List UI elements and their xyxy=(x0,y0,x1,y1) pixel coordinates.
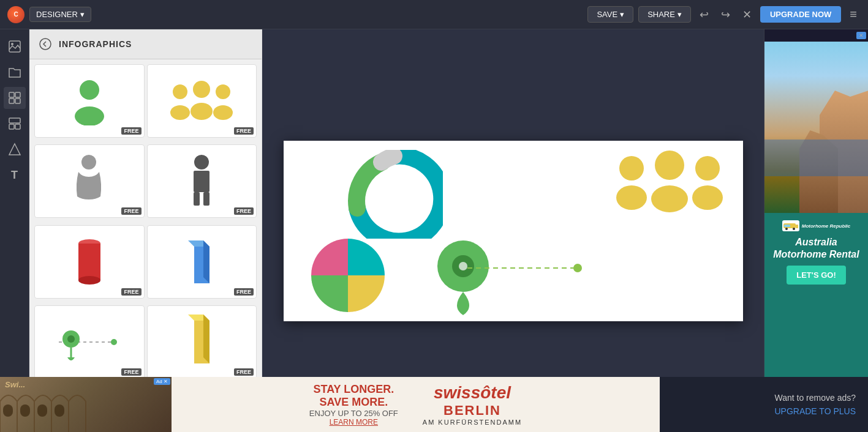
app-logo: C xyxy=(7,6,25,23)
svg-rect-5 xyxy=(15,99,20,103)
sidebar-item-images[interactable] xyxy=(4,35,26,58)
ad-brand-name: Motorhome Republic xyxy=(802,223,851,229)
svg-rect-6 xyxy=(9,118,20,123)
svg-point-12 xyxy=(75,106,104,125)
share-label: SHARE xyxy=(647,10,675,19)
svg-rect-56 xyxy=(784,225,790,227)
swissotel-brand-name: swissôtel xyxy=(434,383,511,403)
ad-line3: ENJOY UP TO 25% OFF xyxy=(309,409,398,418)
redo-button[interactable]: ↪ xyxy=(717,6,734,24)
close-button[interactable]: ✕ xyxy=(739,6,755,24)
ad-x-button[interactable]: ✕ xyxy=(856,32,866,39)
right-ad-panel: ✕ Mo xyxy=(764,29,868,432)
bottom-ad-text: STAY LONGER. SAVE MORE. ENJOY UP TO 25% … xyxy=(309,383,398,426)
menu-button[interactable]: ≡ xyxy=(846,5,861,24)
ad-title: Australia Motorhome Rental xyxy=(772,236,861,261)
list-item[interactable]: FREE xyxy=(34,225,145,299)
toolbar: C DESIGNER ▾ SAVE ▾ SHARE ▾ ↩ ↪ ✕ UPGRAD… xyxy=(0,0,868,29)
svg-point-43 xyxy=(459,262,467,270)
motorhome-icon xyxy=(782,220,799,231)
svg-point-51 xyxy=(692,185,723,210)
svg-marker-29 xyxy=(203,240,209,283)
infographics-panel: INFOGRAPHICS FREE xyxy=(29,29,262,432)
svg-point-15 xyxy=(193,81,210,98)
svg-rect-4 xyxy=(9,99,14,103)
sidebar-item-folders[interactable] xyxy=(4,61,26,83)
list-item[interactable]: FREE xyxy=(147,305,257,379)
svg-point-46 xyxy=(619,156,644,181)
svg-rect-22 xyxy=(194,192,200,206)
svg-point-14 xyxy=(170,105,190,120)
text-icon: T xyxy=(11,169,18,182)
pie-chart xyxy=(308,236,388,315)
free-badge: FREE xyxy=(121,207,141,215)
list-item[interactable]: FREE xyxy=(34,64,145,138)
free-badge: FREE xyxy=(234,288,254,296)
svg-point-54 xyxy=(785,228,788,230)
svg-rect-59 xyxy=(37,404,47,417)
ad-learn-more-link[interactable]: LEARN MORE xyxy=(309,418,398,426)
designer-dropdown[interactable]: DESIGNER ▾ xyxy=(29,7,91,22)
bottom-ad-brand-preview: Swi... xyxy=(5,380,25,389)
save-button[interactable]: SAVE ▾ xyxy=(587,6,633,23)
list-item[interactable]: FREE xyxy=(34,144,145,218)
swissotel-logo: swissôtel BERLIN AM KURFÜRSTENDAMM xyxy=(423,383,522,426)
toolbar-right: SAVE ▾ SHARE ▾ ↩ ↪ ✕ UPGRADE NOW ≡ xyxy=(587,5,861,24)
svg-rect-53 xyxy=(796,225,798,228)
svg-point-16 xyxy=(191,103,213,120)
svg-rect-7 xyxy=(9,124,14,129)
svg-point-49 xyxy=(651,185,688,212)
upgrade-to-plus-link[interactable]: UPGRADE TO PLUS xyxy=(774,406,856,416)
list-item[interactable]: FREE xyxy=(34,305,145,379)
svg-rect-60 xyxy=(55,404,64,417)
svg-rect-58 xyxy=(20,404,30,417)
list-item[interactable]: FREE xyxy=(147,64,257,138)
swissotel-city: BERLIN xyxy=(443,403,501,419)
main-layout: T INFOGRAPHICS FREE xyxy=(0,29,868,432)
free-badge: FREE xyxy=(121,288,141,296)
bottom-ad-content: STAY LONGER. SAVE MORE. ENJOY UP TO 25% … xyxy=(172,377,660,432)
panel-back-button[interactable] xyxy=(37,35,54,53)
ad-label: Ad xyxy=(156,379,162,384)
svg-point-26 xyxy=(78,276,100,285)
svg-point-48 xyxy=(655,151,684,180)
ad-cta-button[interactable]: LET'S GO! xyxy=(787,266,845,285)
share-chevron-icon: ▾ xyxy=(677,10,682,19)
svg-point-50 xyxy=(695,156,720,181)
save-label: SAVE xyxy=(597,10,617,19)
list-item[interactable]: FREE xyxy=(147,225,257,299)
svg-rect-25 xyxy=(78,244,100,280)
panel-grid: FREE FREE xyxy=(29,59,262,432)
share-button[interactable]: SHARE ▾ xyxy=(638,6,691,23)
panel-title: INFOGRAPHICS xyxy=(59,39,132,49)
svg-rect-57 xyxy=(3,404,13,417)
svg-point-33 xyxy=(67,335,75,343)
list-item[interactable]: FREE xyxy=(147,144,257,218)
svg-point-47 xyxy=(616,185,647,210)
dotted-line xyxy=(467,259,590,277)
free-badge: FREE xyxy=(121,368,141,376)
chevron-down-icon: ▾ xyxy=(80,10,85,19)
canvas-people-group xyxy=(614,150,725,217)
sidebar-item-text[interactable]: T xyxy=(4,164,26,186)
svg-rect-23 xyxy=(203,192,209,206)
save-chevron-icon: ▾ xyxy=(620,10,624,19)
sidebar-item-grid[interactable] xyxy=(4,113,26,135)
svg-point-45 xyxy=(573,264,582,272)
svg-rect-8 xyxy=(15,124,20,129)
sidebar-item-layouts[interactable] xyxy=(4,87,26,109)
svg-marker-9 xyxy=(9,144,20,155)
upgrade-now-button[interactable]: UPGRADE NOW xyxy=(760,6,841,23)
svg-point-19 xyxy=(81,155,96,169)
canvas-board[interactable] xyxy=(284,141,743,321)
svg-point-18 xyxy=(213,105,233,120)
svg-point-10 xyxy=(40,39,51,50)
ad-landscape-image xyxy=(764,42,868,213)
undo-button[interactable]: ↩ xyxy=(696,6,712,24)
bottom-ad-close-button[interactable]: Ad ✕ xyxy=(154,378,170,385)
ad-line2: SAVE MORE. xyxy=(309,396,398,409)
free-badge: FREE xyxy=(234,368,254,376)
sidebar-item-shapes[interactable] xyxy=(4,138,26,160)
ad-line1: STAY LONGER. xyxy=(309,383,398,396)
designer-label: DESIGNER xyxy=(36,10,78,19)
